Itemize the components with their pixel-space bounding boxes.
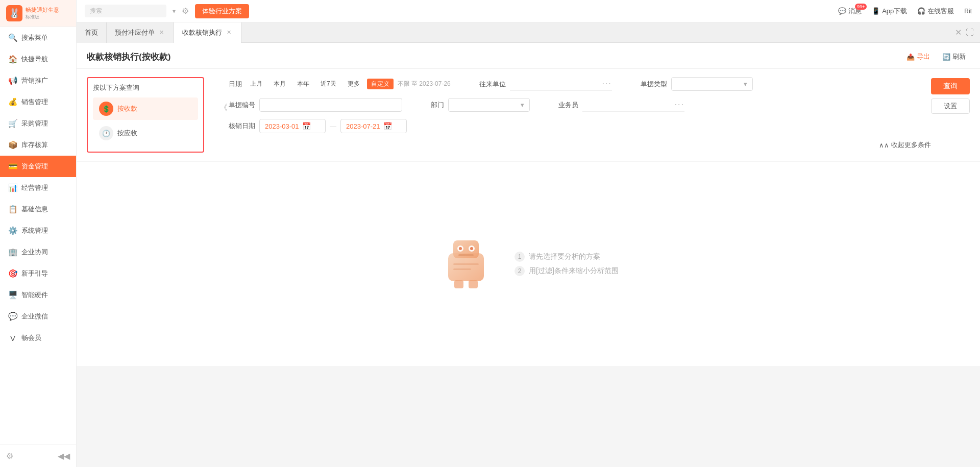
finance-icon: 💳 (8, 162, 17, 171)
calendar-end-icon: 📅 (383, 122, 392, 130)
svg-rect-9 (454, 280, 463, 288)
quicknav-icon: 🏠 (8, 55, 17, 64)
sidebar-item-label-purchase: 采购管理 (21, 119, 48, 128)
page-title: 收款核销执行(按收款) (87, 51, 170, 63)
tab-close-collection[interactable]: ✕ (225, 29, 233, 36)
date-group: 上月 本月 本年 近7天 更多 自定义 (246, 79, 394, 89)
industry-btn[interactable]: 体验行业方案 (195, 4, 249, 18)
tab-prepay[interactable]: 预付冲应付单✕ (107, 22, 174, 43)
sidebar-item-label-quicknav: 快捷导航 (21, 55, 48, 64)
topbar-message[interactable]: 💬 消息 99+ (838, 7, 862, 16)
svg-point-5 (470, 247, 473, 250)
tab-home[interactable]: 首页 (77, 22, 107, 43)
topbar: 搜索 ▾ ⚙ 体验行业方案 💬 消息 99+ 📱 App下载 🎧 在线客服 Ri… (77, 0, 980, 22)
hint-number-1: 1 (514, 252, 525, 262)
sidebar-item-guide[interactable]: 🎯 新手引导 (0, 263, 76, 284)
topbar-user[interactable]: Rit (964, 8, 972, 15)
service-icon: 🎧 (917, 7, 925, 15)
verify-date-end[interactable]: 2023-07-21 📅 (340, 119, 407, 133)
sidebar-item-label-system: 系统管理 (21, 226, 48, 235)
filter-row-1: 日期 上月 本月 本年 近7天 更多 自定义 不限 至 2023-07-26 (229, 77, 931, 91)
sidebar-item-system[interactable]: ⚙️ 系统管理 (0, 220, 76, 241)
filter-option-receipt[interactable]: 💲 按收款 (93, 97, 198, 120)
topbar-app-download[interactable]: 📱 App下载 (872, 7, 907, 16)
topbar-service[interactable]: 🎧 在线客服 (917, 7, 954, 16)
inventory-icon: 📦 (8, 140, 17, 150)
date-hint: 不限 至 2023-07-26 (398, 80, 451, 88)
topbar-chevron-icon[interactable]: ▾ (173, 8, 176, 15)
settings-icon[interactable]: ⚙ (6, 451, 13, 461)
sidebar-item-sales[interactable]: 💰 销售管理 (0, 91, 76, 113)
date-this-month[interactable]: 本月 (270, 79, 290, 89)
filter-content: 按以下方案查询 💲 按收款 🕐 按应收 《 (77, 69, 980, 161)
date-separator: — (330, 122, 336, 130)
date-more[interactable]: 更多 (344, 79, 364, 89)
tab-label-prepay: 预付冲应付单 (115, 28, 155, 37)
tab-close-prepay[interactable]: ✕ (158, 29, 165, 36)
dept-field: 部门 ▾ (431, 98, 530, 112)
dept-chevron[interactable]: ▾ (521, 101, 524, 109)
sidebar-item-label-hardware: 智能硬件 (21, 290, 48, 300)
export-button[interactable]: 📤 导出 (902, 50, 934, 63)
query-button[interactable]: 查询 (931, 78, 970, 94)
enterprise-icon: 🏢 (8, 248, 17, 257)
sidebar: 🐰 畅捷通好生意 标准版 🔍 搜索菜单 🏠 快捷导航 📢 营销推广 💰 销售管理… (0, 0, 77, 467)
wechat-icon: 💬 (8, 312, 17, 321)
expand-icon[interactable]: ⛶ (966, 28, 974, 37)
sidebar-item-hardware[interactable]: 🖥️ 智能硬件 (0, 284, 76, 306)
filter-left-panel: 按以下方案查询 💲 按收款 🕐 按应收 (87, 77, 204, 153)
verify-date-start[interactable]: 2023-03-01 📅 (259, 119, 326, 133)
page-content: 收款核销执行(按收款) 📤 导出 🔄 刷新 按以下方案查询 (77, 43, 980, 467)
topbar-search[interactable]: 搜索 (85, 5, 166, 17)
refresh-button[interactable]: 🔄 刷新 (938, 50, 970, 63)
sidebar-item-finance[interactable]: 💳 资金管理 (0, 156, 76, 177)
message-icon: 💬 (838, 7, 846, 15)
sidebar-item-label-operation: 经营管理 (21, 183, 48, 192)
sidebar-item-wechat[interactable]: 💬 企业微信 (0, 306, 76, 327)
sidebar-item-basic[interactable]: 📋 基础信息 (0, 199, 76, 220)
sales-icon: 💰 (8, 97, 17, 107)
doc-type-chevron[interactable]: ▾ (744, 80, 747, 88)
sidebar-item-marketing[interactable]: 📢 营销推广 (0, 70, 76, 91)
doc-type-label: 单据类型 (641, 80, 667, 89)
doc-no-input[interactable] (259, 98, 402, 112)
verify-date-field: 核销日期 2023-03-01 📅 — 2023-07-21 📅 (229, 119, 407, 133)
tab-collection[interactable]: 收款核销执行✕ (174, 22, 241, 43)
staff-dots[interactable]: ··· (675, 100, 684, 109)
doc-type-field: 单据类型 ▾ (641, 77, 753, 91)
svg-rect-6 (458, 254, 474, 256)
basic-icon: 📋 (8, 205, 17, 214)
sidebar-item-purchase[interactable]: 🛒 采购管理 (0, 113, 76, 134)
logo-icon: 🐰 (6, 5, 22, 21)
date-this-year[interactable]: 本年 (293, 79, 313, 89)
collapse-more-btn[interactable]: ∧∧ 收起更多条件 (879, 140, 931, 150)
collapse-sidebar-icon[interactable]: ◀◀ (58, 451, 70, 461)
sidebar-bottom: ⚙ ◀◀ (0, 445, 76, 467)
sidebar-item-member[interactable]: V 畅会员 (0, 327, 76, 349)
receivable-icon: 🕐 (99, 126, 113, 140)
sidebar-item-label-finance: 资金管理 (21, 162, 48, 171)
date-custom[interactable]: 自定义 (367, 79, 394, 89)
sidebar-item-operation[interactable]: 📊 经营管理 (0, 177, 76, 199)
marketing-icon: 📢 (8, 76, 17, 85)
member-icon: V (8, 333, 17, 342)
sidebar-item-search[interactable]: 🔍 搜索菜单 (0, 27, 76, 48)
empty-hint-item-2: 2 用[过滤]条件来缩小分析范围 (514, 266, 619, 276)
sidebar-item-enterprise[interactable]: 🏢 企业协同 (0, 241, 76, 263)
sidebar-item-label-inventory: 库存核算 (21, 140, 48, 150)
date-7days[interactable]: 近7天 (316, 79, 340, 89)
date-last-month[interactable]: 上月 (246, 79, 266, 89)
topbar-gear-icon[interactable]: ⚙ (182, 6, 189, 16)
settings-button[interactable]: 设置 (931, 99, 970, 114)
filter-collapse-btn[interactable]: 《 (218, 103, 229, 113)
sidebar-item-inventory[interactable]: 📦 库存核算 (0, 134, 76, 156)
counterpart-field: 往来单位 ··· (479, 77, 612, 91)
filter-option-receivable[interactable]: 🕐 按应收 (93, 122, 198, 144)
close-tab-icon[interactable]: ✕ (955, 28, 962, 37)
sidebar-item-quicknav[interactable]: 🏠 快捷导航 (0, 48, 76, 70)
collapse-more-section: ∧∧ 收起更多条件 (229, 140, 931, 150)
counterpart-dots[interactable]: ··· (602, 79, 611, 88)
filter-row-2: 单据编号 部门 ▾ 业务员 (229, 98, 931, 112)
main-area: 搜索 ▾ ⚙ 体验行业方案 💬 消息 99+ 📱 App下载 🎧 在线客服 Ri… (77, 0, 980, 467)
dept-label: 部门 (431, 101, 444, 110)
